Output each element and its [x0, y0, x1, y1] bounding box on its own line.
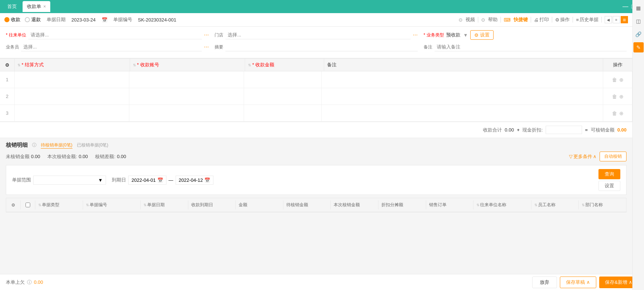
row-remark-3[interactable]: [322, 105, 604, 121]
done-tab[interactable]: 已核销单据(0笔): [77, 142, 109, 148]
row-copy-icon-3[interactable]: ⊕: [619, 110, 624, 116]
history-btn[interactable]: ≡ 历史单据: [576, 16, 598, 23]
row-account-3[interactable]: [129, 105, 244, 121]
date-to-input[interactable]: 2022-04-12 📅: [176, 176, 214, 185]
sort-icon: ⇅: [582, 203, 585, 207]
shortcut-icon: ⌨: [504, 17, 511, 23]
sidebar-table-icon[interactable]: ▦: [633, 3, 644, 13]
filter-row: 单据范围 ▼ 到期日 2022-04-01 📅 — 2022-04-12 �: [6, 165, 627, 195]
date-range: 2022-04-01 📅 — 2022-04-12 📅: [128, 176, 213, 185]
detail-date-col: ⇅ 单据日期: [141, 200, 188, 209]
counterpart-more-btn[interactable]: ···: [204, 32, 209, 38]
print-icon: 🖨: [534, 17, 539, 23]
operation-btn[interactable]: ⚙ 操作: [555, 16, 570, 23]
row-settlement-1[interactable]: [15, 71, 129, 88]
sort-icon: ⇅: [38, 203, 41, 207]
radio-refund-label: 退款: [31, 16, 41, 23]
row-remark-2[interactable]: [322, 88, 604, 105]
summary-input[interactable]: [225, 43, 417, 51]
sort-icon: ⇅: [534, 203, 537, 207]
store-input[interactable]: [225, 31, 411, 39]
date-from-value: 2022-04-01: [131, 177, 156, 183]
diff-stat: 核销差额: 0.00: [95, 153, 126, 160]
row-delete-icon-1[interactable]: 🗑: [612, 77, 617, 83]
print-btn[interactable]: 🖨 打印: [534, 16, 549, 23]
date-from-input[interactable]: 2022-04-01 📅: [128, 176, 166, 185]
total-value: 0.00: [505, 127, 514, 133]
shortcut-btn[interactable]: 快捷键: [514, 16, 528, 23]
row-account-2[interactable]: [129, 88, 244, 105]
row-settlement-3[interactable]: [15, 105, 129, 121]
row-delete-icon-3[interactable]: 🗑: [612, 110, 617, 116]
layout-icon-left[interactable]: ◀: [605, 16, 612, 23]
discount-input[interactable]: [546, 126, 582, 134]
store-field: 门店 ···: [215, 31, 417, 39]
tab-collection[interactable]: 收款单 ×: [23, 1, 50, 12]
info-circle-icon[interactable]: ⓘ: [27, 279, 32, 286]
minimize-btn[interactable]: —: [623, 3, 628, 10]
abandon-btn[interactable]: 放弃: [532, 277, 557, 288]
col-account-header: ⇅ * 收款账号: [130, 59, 246, 71]
help-btn[interactable]: 帮助: [488, 16, 498, 23]
form-row-2: 业务员 ··· 摘要 备注: [6, 43, 627, 51]
detail-dept-col: ⇅ 部门名称: [579, 200, 626, 209]
current-label: 本次核销金额:: [47, 153, 77, 160]
pending-tab[interactable]: 待核销单据(0笔): [41, 142, 72, 149]
row-amount-3[interactable]: [244, 105, 322, 121]
more-conditions-btn[interactable]: ▽ 更多条件 ∧: [569, 153, 597, 160]
save-draft-arrow-icon: ∧: [586, 279, 590, 285]
table-row: 3 🗑 ⊕: [0, 105, 632, 122]
settings-btn[interactable]: ⚙ 设置: [470, 30, 494, 40]
query-btn[interactable]: 查询: [598, 169, 620, 179]
row-copy-icon-1[interactable]: ⊕: [619, 77, 624, 83]
detail-discount-col: 折扣分摊额: [378, 200, 426, 209]
current-stat: 本次核销金额: 0.00: [47, 153, 88, 160]
salesperson-more-btn[interactable]: ···: [204, 44, 209, 50]
current-value: 0.00: [79, 154, 88, 159]
layout-icon-list[interactable]: ≡: [613, 16, 620, 23]
sort-icon: ⇅: [476, 203, 479, 207]
detail-settings-col[interactable]: ⚙: [6, 200, 21, 209]
sidebar-link-icon[interactable]: 🔗: [633, 29, 644, 39]
counterpart-input[interactable]: [28, 31, 202, 39]
save-new-label: 保存&新增: [605, 279, 627, 286]
radio-refund[interactable]: 退款: [25, 16, 41, 23]
save-draft-btn[interactable]: 保存草稿 ∧: [560, 277, 596, 288]
calendar-icon[interactable]: 📅: [102, 17, 107, 23]
info-icon[interactable]: ⓘ: [32, 142, 36, 148]
tab-close-icon[interactable]: ×: [43, 4, 46, 9]
radio-collection[interactable]: 收款: [4, 16, 20, 23]
row-settlement-2[interactable]: [15, 88, 129, 105]
auto-verify-btn[interactable]: 自动核销: [600, 152, 627, 161]
business-type-dropdown[interactable]: ▼: [463, 32, 468, 38]
remark-input[interactable]: [435, 43, 627, 51]
select-all-checkbox[interactable]: [25, 203, 30, 207]
detail-table: ⚙ ⇅ 单据类型 ⇅ 单据编号 ⇅ 单据日期 收款到期日 金额 待: [6, 198, 627, 212]
row-copy-icon-2[interactable]: ⊕: [619, 94, 624, 99]
col-settings[interactable]: ⚙: [0, 59, 15, 71]
salesperson-input[interactable]: [21, 43, 202, 51]
detail-check-col[interactable]: [21, 200, 35, 209]
number-label: 单据编号: [113, 16, 132, 23]
layout-icon-grid[interactable]: ⊞: [621, 16, 628, 23]
operation-icon: ⚙: [555, 17, 559, 23]
row-remark-1[interactable]: [322, 71, 604, 88]
row-delete-icon-2[interactable]: 🗑: [612, 94, 617, 99]
business-type-value: 预收款: [446, 32, 460, 38]
filter-setting-btn[interactable]: 设置: [598, 181, 620, 191]
sidebar-edit-icon[interactable]: ✎: [633, 42, 644, 52]
row-account-1[interactable]: [129, 71, 244, 88]
due-date-field: 到期日 2022-04-01 📅 — 2022-04-12 📅: [112, 176, 213, 185]
range-select[interactable]: ▼: [33, 176, 106, 185]
date-label: 单据日期: [47, 16, 66, 23]
row-amount-2[interactable]: [244, 88, 322, 105]
store-more-btn[interactable]: ···: [413, 32, 417, 38]
tab-home[interactable]: 首页: [3, 1, 21, 12]
toolbar: 收款 退款 单据日期 2023-03-24 📅 单据编号 SK-20230324…: [0, 13, 632, 27]
row-amount-1[interactable]: [244, 71, 322, 88]
sidebar-document-icon[interactable]: ◫: [633, 16, 644, 26]
type-radio-group: 收款 退款: [4, 16, 41, 23]
date-value: 2023-03-24: [71, 17, 96, 23]
video-btn[interactable]: 视频: [466, 16, 475, 23]
row-num-2: 2: [0, 88, 15, 105]
